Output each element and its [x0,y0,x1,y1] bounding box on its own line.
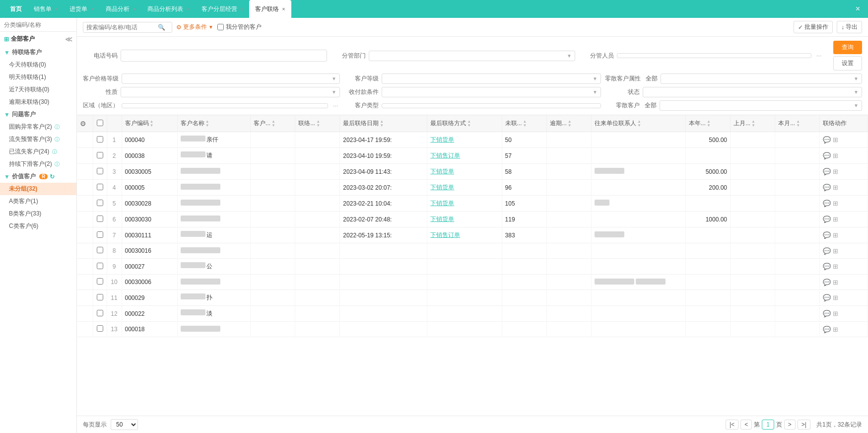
contact-method-link[interactable]: 下销货单 [430,136,454,143]
sidebar-item-overdue[interactable]: 逾期未联络(30) [0,96,76,108]
td-last-method[interactable] [427,290,502,306]
td-check[interactable] [93,164,107,180]
next-page-btn[interactable]: > [784,420,796,430]
export-btn[interactable]: ↓ 导出 [837,21,862,33]
col-customer-type[interactable]: 客户... ▲▼ [251,115,295,132]
main-search-input[interactable] [86,24,156,31]
retail-attr-select[interactable]: ▼ [661,73,862,84]
more-conditions-btn[interactable]: ⚙ 更多条件 ▼ [176,23,213,31]
col-last-month[interactable]: 上月... ▲▼ [731,115,775,132]
close-purchase-tab[interactable]: × [90,6,93,12]
td-check[interactable] [93,243,107,259]
tab-purchase[interactable]: 进货单 × [64,0,99,18]
td-last-method[interactable] [427,243,502,259]
row-checkbox[interactable] [97,310,103,316]
contact-method-link[interactable]: 下销售订单 [430,152,460,159]
tab-home[interactable]: 首页 [4,0,28,18]
tab-product-analysis[interactable]: 商品分析 × [100,0,141,18]
chat-icon[interactable]: 💬 [823,168,831,175]
grid-action-icon[interactable]: ⊞ [833,168,838,175]
query-button[interactable]: 查询 [833,41,862,54]
row-checkbox[interactable] [97,184,103,190]
grid-action-icon[interactable]: ⊞ [833,279,838,286]
all-customers-header[interactable]: ⊞ 全部客户 ≪ [0,32,76,46]
sidebar-item-churn-risk[interactable]: 流失预警客户(3) ⓘ [0,133,76,145]
contact-method-link[interactable]: 下销货单 [430,200,454,207]
td-last-method[interactable] [427,322,502,337]
sidebar-item-c-class[interactable]: C类客户(6) [0,220,76,232]
chat-icon[interactable]: 💬 [823,184,831,191]
td-last-method[interactable] [427,306,502,322]
td-last-method[interactable]: 下销货单 [427,212,502,227]
my-customers-checkbox[interactable]: 我分管的客户 [217,23,262,31]
sidebar-group-pending[interactable]: ▼ 待联络客户 [0,46,76,59]
td-check[interactable] [93,196,107,212]
tab-sales[interactable]: 销售单 × [28,0,64,18]
chat-icon[interactable]: 💬 [823,231,831,239]
td-check[interactable] [93,322,107,337]
status-select[interactable]: ▼ [643,87,862,97]
region-dots-icon[interactable]: ··· [331,102,340,109]
td-last-method[interactable] [427,275,502,290]
row-checkbox[interactable] [97,152,103,158]
sidebar-search-input[interactable] [4,21,77,28]
person-dots-icon[interactable]: ··· [814,52,823,59]
select-all-checkbox[interactable] [97,120,103,126]
settings-icon[interactable]: ⚙ [80,120,86,128]
close-customer-contact-tab[interactable]: × [282,6,285,12]
tab-product-analysis-list[interactable]: 商品分析列表 × [141,0,195,18]
td-last-method[interactable]: 下销货单 [427,164,502,180]
col-select-all[interactable] [93,115,107,132]
row-checkbox[interactable] [97,231,103,238]
phone-input[interactable] [121,50,327,62]
sidebar-group-problem[interactable]: ▼ 问题客户 [0,108,76,121]
col-no-contact[interactable]: 未联... ▲▼ [502,115,546,132]
td-check[interactable] [93,180,107,196]
chat-icon[interactable]: 💬 [823,152,831,159]
grid-action-icon[interactable]: ⊞ [833,136,838,144]
td-check[interactable] [93,306,107,322]
refresh-icon[interactable]: ↻ [50,173,55,180]
close-product-analysis-tab[interactable]: × [133,6,135,12]
close-product-analysis-list-tab[interactable]: × [186,6,189,12]
nature-select[interactable]: ▼ [121,87,340,97]
td-check[interactable] [93,275,107,290]
sidebar-item-unclassified[interactable]: 未分组(32) [0,183,76,195]
chat-icon[interactable]: 💬 [823,216,831,223]
col-customer-name[interactable]: 客户名称 ▲▼ [177,115,250,132]
td-last-method[interactable]: 下销售订单 [427,227,502,243]
col-last-date[interactable]: 最后联络日期 ▲▼ [340,115,427,132]
sidebar-item-declining[interactable]: 持续下滑客户(2) ⓘ [0,158,76,170]
td-check[interactable] [93,259,107,275]
first-page-btn[interactable]: |< [726,420,738,430]
col-last-method[interactable]: 最后联络方式 ▲▼ [427,115,502,132]
col-inter-contact[interactable]: 往来单位联系人 ▲▼ [591,115,685,132]
main-search-icon[interactable]: 🔍 [158,24,165,31]
grid-action-icon[interactable]: ⊞ [833,294,838,301]
chat-icon[interactable]: 💬 [823,326,831,333]
td-last-method[interactable]: 下销货单 [427,196,502,212]
grid-action-icon[interactable]: ⊞ [833,184,838,191]
col-customer-code[interactable]: 客户编码 ▲▼ [122,115,177,132]
sidebar-item-tomorrow[interactable]: 明天待联络(1) [0,71,76,83]
contact-method-link[interactable]: 下销售订单 [430,231,460,238]
td-last-method[interactable]: 下销售订单 [427,148,502,164]
my-customers-check[interactable] [217,24,224,30]
row-checkbox[interactable] [97,136,103,143]
col-overdue[interactable]: 逾期... ▲▼ [546,115,591,132]
td-last-method[interactable]: 下销货单 [427,132,502,148]
td-check[interactable] [93,212,107,227]
col-this-month[interactable]: 本月... ▲▼ [775,115,820,132]
grid-action-icon[interactable]: ⊞ [833,310,838,317]
payment-select[interactable]: ▼ [382,87,601,97]
chat-icon[interactable]: 💬 [823,136,831,144]
grid-action-icon[interactable]: ⊞ [833,247,838,255]
chat-icon[interactable]: 💬 [823,279,831,286]
grid-action-icon[interactable]: ⊞ [833,231,838,239]
td-check[interactable] [93,132,107,148]
contact-method-link[interactable]: 下销货单 [430,184,454,191]
chat-icon[interactable]: 💬 [823,263,831,270]
grid-action-icon[interactable]: ⊞ [833,326,838,333]
page-size-select[interactable]: 50 100 200 [111,419,138,430]
sidebar-item-abnormal[interactable]: 固购异常客户(2) ⓘ [0,121,76,133]
